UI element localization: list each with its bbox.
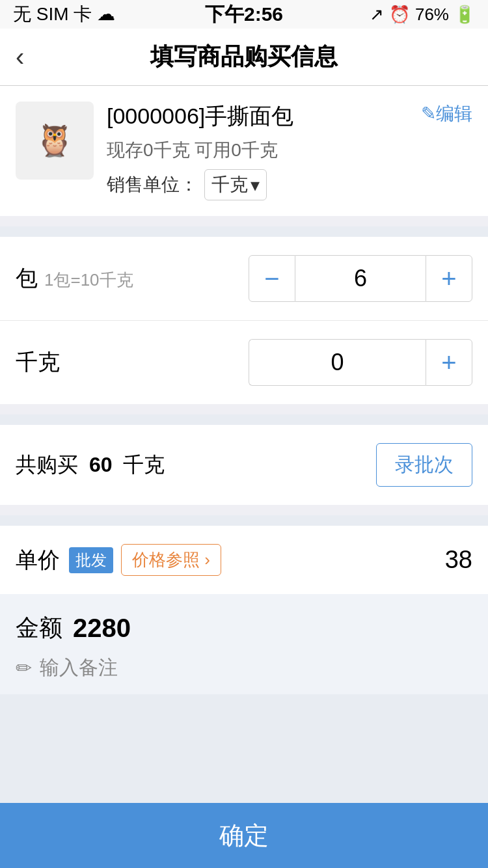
alarm-icon: ⏰ xyxy=(389,5,410,25)
status-time: 下午2:56 xyxy=(205,1,283,28)
remark-placeholder: 输入备注 xyxy=(40,655,118,681)
total-prefix: 共购买 xyxy=(16,453,78,476)
divider-1 xyxy=(0,226,488,237)
product-thumbnail: 🦉 xyxy=(16,102,94,180)
product-stock: 现存0千克 可用0千克 xyxy=(107,138,472,163)
unit-select[interactable]: 千克 ▾ xyxy=(204,169,267,200)
qty-control-kg: + xyxy=(249,339,472,386)
product-edit-button[interactable]: ✎编辑 xyxy=(421,102,472,126)
pencil-icon: ✏ xyxy=(16,657,32,679)
qty-control-bao: − + xyxy=(249,255,472,302)
total-amount: 60 xyxy=(89,453,113,476)
product-info: [0000006]手撕面包 ✎编辑 现存0千克 可用0千克 销售单位： 千克 ▾ xyxy=(107,102,472,200)
divider-3 xyxy=(0,515,488,526)
total-section: 共购买 60 千克 录批次 xyxy=(0,425,488,505)
status-bar: 无 SIM 卡 ☁ 下午2:56 ↗ ⏰ 76% 🔋 xyxy=(0,0,488,29)
page-title: 填写商品购买信息 xyxy=(150,41,338,73)
batch-button[interactable]: 录批次 xyxy=(376,443,472,487)
no-sim-label: 无 SIM 卡 ☁ xyxy=(13,2,115,27)
quantity-row-kg: 千克 + xyxy=(0,321,488,404)
amount-section: 金额 2280 ✏ 输入备注 xyxy=(0,594,488,694)
amount-row: 金额 2280 xyxy=(16,612,472,644)
qty-minus-bao[interactable]: − xyxy=(249,255,295,302)
product-name: [0000006]手撕面包 xyxy=(107,102,421,131)
confirm-button[interactable]: 确定 xyxy=(0,803,488,868)
product-unit-row: 销售单位： 千克 ▾ xyxy=(107,169,472,200)
battery-label: 76% xyxy=(415,5,449,25)
price-tag-wholesale: 批发 xyxy=(69,547,113,573)
qty-sublabel-bao: 1包=10千克 xyxy=(44,270,133,290)
battery-icon: 🔋 xyxy=(454,5,475,25)
total-unit: 千克 xyxy=(123,453,165,476)
qty-input-bao[interactable] xyxy=(295,255,426,302)
product-thumb-icon: 🦉 xyxy=(35,122,74,159)
divider-2 xyxy=(0,414,488,425)
product-header: [0000006]手撕面包 ✎编辑 xyxy=(107,102,472,131)
price-label: 单价 xyxy=(16,545,60,575)
location-icon: ↗ xyxy=(370,5,384,25)
qty-label-kg: 千克 xyxy=(16,347,249,377)
chevron-down-icon: ▾ xyxy=(251,174,260,196)
back-button[interactable]: ‹ xyxy=(16,42,24,72)
qty-input-kg[interactable] xyxy=(249,339,426,386)
unit-value: 千克 xyxy=(211,172,248,197)
status-right: ↗ ⏰ 76% 🔋 xyxy=(370,5,475,25)
product-section: 🦉 [0000006]手撕面包 ✎编辑 现存0千克 可用0千克 销售单位： 千克… xyxy=(0,86,488,216)
total-text: 共购买 60 千克 xyxy=(16,451,165,480)
amount-value: 2280 xyxy=(73,614,131,643)
quantity-section: 包1包=10千克 − + 千克 + xyxy=(0,237,488,404)
status-left: 无 SIM 卡 ☁ xyxy=(13,2,115,27)
nav-bar: ‹ 填写商品购买信息 xyxy=(0,29,488,86)
price-reference-button[interactable]: 价格参照 › xyxy=(121,544,221,576)
qty-label-bao: 包1包=10千克 xyxy=(16,264,249,293)
price-section: 单价 批发 价格参照 › 38 xyxy=(0,526,488,594)
qty-plus-bao[interactable]: + xyxy=(426,255,472,302)
quantity-row-bao: 包1包=10千克 − + xyxy=(0,237,488,321)
qty-plus-kg[interactable]: + xyxy=(426,339,472,386)
remark-row[interactable]: ✏ 输入备注 xyxy=(16,655,472,681)
amount-label: 金额 xyxy=(16,612,62,644)
unit-label: 销售单位： xyxy=(107,172,198,197)
price-value: 38 xyxy=(445,546,472,574)
